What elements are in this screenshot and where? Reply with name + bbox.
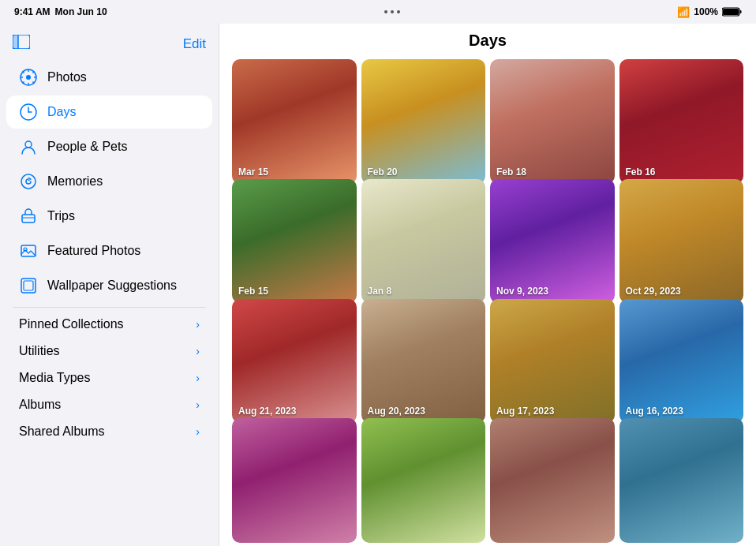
photo-date-7: Nov 9, 2023 <box>496 286 548 297</box>
page-title: Days <box>469 32 507 49</box>
sidebar-item-trips-label: Trips <box>47 209 75 223</box>
photo-date-8: Oct 29, 2023 <box>626 286 681 297</box>
sidebar-header: Edit <box>0 32 219 61</box>
photo-date-9: Aug 21, 2023 <box>238 406 296 417</box>
svg-rect-1 <box>739 10 741 13</box>
photo-cell[interactable] <box>361 418 486 543</box>
memories-icon <box>19 172 38 191</box>
divider-1 <box>13 307 206 308</box>
status-bar-center <box>384 10 400 13</box>
sidebar-item-featured-label: Featured Photos <box>47 244 140 258</box>
svg-point-20 <box>21 174 36 189</box>
sidebar-section-shared-albums[interactable]: Shared Albums › <box>6 418 212 445</box>
utilities-chevron-icon: › <box>196 345 200 357</box>
sidebar-item-people-pets[interactable]: People & Pets <box>6 130 212 163</box>
svg-rect-4 <box>13 35 18 49</box>
main-content: Days Mar 15 Feb 20 Feb 18 Feb 16 <box>219 24 756 546</box>
svg-rect-21 <box>22 215 35 223</box>
sidebar-item-trips[interactable]: Trips <box>6 200 212 233</box>
photo-date-2: Feb 20 <box>368 166 398 178</box>
photo-date-5: Feb 15 <box>238 286 268 297</box>
photo-date-11: Aug 17, 2023 <box>496 406 554 417</box>
sidebar: Edit Photos <box>0 24 219 546</box>
svg-rect-2 <box>723 9 739 15</box>
featured-icon <box>19 241 38 260</box>
photo-cell[interactable] <box>490 418 615 543</box>
photo-date-10: Aug 20, 2023 <box>368 406 425 417</box>
photo-cell[interactable]: Feb 18 <box>490 59 615 184</box>
photo-cell[interactable]: Feb 16 <box>619 59 744 184</box>
photo-grid: Mar 15 Feb 20 Feb 18 Feb 16 Feb 15 Ja <box>219 56 756 546</box>
photo-date-4: Feb 16 <box>626 166 656 178</box>
wifi-icon: 📶 <box>677 6 690 18</box>
status-bar-right: 📶 100% <box>677 6 742 18</box>
media-types-chevron-icon: › <box>196 372 200 384</box>
sidebar-item-featured-photos[interactable]: Featured Photos <box>6 234 212 267</box>
svg-point-19 <box>25 141 32 148</box>
status-bar: 9:41 AM Mon Jun 10 📶 100% <box>0 0 756 24</box>
pinned-chevron-icon: › <box>196 318 200 331</box>
pinned-collections-label: Pinned Collections <box>19 317 124 331</box>
dot-2 <box>391 10 394 13</box>
media-types-label: Media Types <box>19 371 90 385</box>
sidebar-item-photos[interactable]: Photos <box>6 61 212 94</box>
photo-cell[interactable]: Mar 15 <box>232 59 357 184</box>
edit-button[interactable]: Edit <box>183 36 206 52</box>
sidebar-item-wallpaper[interactable]: Wallpaper Suggestions <box>6 269 212 302</box>
sidebar-section-pinned[interactable]: Pinned Collections › <box>6 311 212 338</box>
sidebar-item-memories-label: Memories <box>47 174 103 189</box>
photos-icon <box>19 68 38 87</box>
dot-3 <box>397 10 400 13</box>
photo-date-12: Aug 16, 2023 <box>626 406 683 417</box>
days-icon <box>19 103 38 122</box>
photo-cell[interactable]: Nov 9, 2023 <box>490 179 615 304</box>
trips-icon <box>19 207 38 226</box>
sidebar-section-media-types[interactable]: Media Types › <box>6 365 212 391</box>
sidebar-toggle-icon[interactable] <box>13 35 30 53</box>
photo-cell[interactable]: Aug 20, 2023 <box>361 299 486 424</box>
photo-cell[interactable] <box>619 418 744 543</box>
svg-rect-26 <box>24 281 33 290</box>
photo-cell[interactable]: Aug 21, 2023 <box>232 299 357 424</box>
utilities-label: Utilities <box>19 344 60 358</box>
photo-cell[interactable]: Feb 15 <box>232 179 357 304</box>
dot-1 <box>384 10 387 13</box>
photo-cell[interactable]: Jan 8 <box>361 179 486 304</box>
photo-date-1: Mar 15 <box>238 166 268 178</box>
sidebar-item-days-label: Days <box>47 105 76 119</box>
people-icon <box>19 137 38 156</box>
svg-point-7 <box>26 75 31 80</box>
sidebar-item-memories[interactable]: Memories <box>6 165 212 198</box>
albums-label: Albums <box>19 398 61 412</box>
svg-rect-23 <box>21 245 36 256</box>
sidebar-item-people-label: People & Pets <box>47 140 127 154</box>
sidebar-section-utilities[interactable]: Utilities › <box>6 338 212 365</box>
main-header: Days <box>219 24 756 56</box>
sidebar-item-wallpaper-label: Wallpaper Suggestions <box>47 279 177 293</box>
photo-cell[interactable]: Aug 16, 2023 <box>619 299 744 424</box>
photo-date-6: Jan 8 <box>368 286 392 297</box>
photo-cell[interactable] <box>232 418 357 543</box>
battery-icon <box>722 7 742 17</box>
sidebar-item-days[interactable]: Days <box>6 95 212 129</box>
photo-cell[interactable]: Aug 17, 2023 <box>490 299 615 424</box>
time-display: 9:41 AM <box>14 6 51 17</box>
date-display: Mon Jun 10 <box>55 6 107 17</box>
battery-display: 100% <box>694 6 718 17</box>
shared-albums-chevron-icon: › <box>196 425 200 438</box>
photo-cell[interactable]: Feb 20 <box>361 59 486 184</box>
wallpaper-icon <box>19 276 38 295</box>
sidebar-item-photos-label: Photos <box>47 70 87 84</box>
photo-cell[interactable]: Oct 29, 2023 <box>619 179 744 304</box>
app-container: Edit Photos <box>0 24 756 546</box>
shared-albums-label: Shared Albums <box>19 424 105 439</box>
albums-chevron-icon: › <box>196 398 200 411</box>
photo-date-3: Feb 18 <box>496 166 526 178</box>
sidebar-section-albums[interactable]: Albums › <box>6 391 212 418</box>
status-bar-left: 9:41 AM Mon Jun 10 <box>14 6 107 17</box>
